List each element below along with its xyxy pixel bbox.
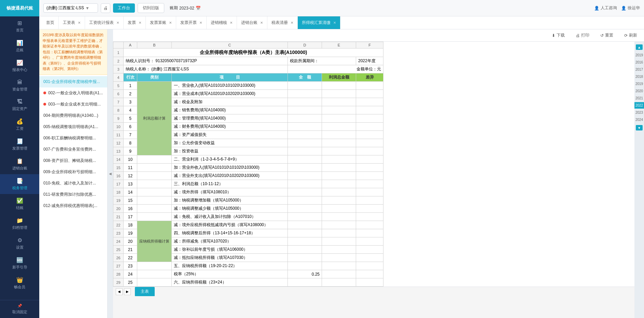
- profit-cell[interactable]: [322, 180, 356, 188]
- row-index[interactable]: 3: [124, 98, 137, 106]
- profit-cell[interactable]: [322, 123, 356, 131]
- profit-cell[interactable]: [322, 188, 356, 196]
- sidebar-item-guide[interactable]: 🆕 新手引导: [0, 253, 39, 273]
- tab-invoice-calc[interactable]: 发票算账 ✕: [146, 16, 176, 29]
- item-cell[interactable]: 减：免税、减计收入及加计扣除（A107010）: [172, 213, 288, 221]
- user-profile[interactable]: 👤 徐运华: [621, 5, 640, 11]
- profit-cell[interactable]: [322, 82, 356, 90]
- amount-cell[interactable]: [288, 98, 322, 106]
- row-index[interactable]: 25: [124, 278, 137, 287]
- row-index[interactable]: 13: [124, 180, 137, 188]
- sidebar-item-import[interactable]: 📋 进销台账: [0, 154, 39, 174]
- item-cell[interactable]: 加：纳税调整增加额（填写A105000）: [172, 196, 288, 205]
- sidebar-item-fixed-assets[interactable]: 🏗 固定资产: [0, 95, 39, 115]
- amount-cell[interactable]: [288, 131, 322, 139]
- profit-cell[interactable]: [322, 278, 356, 287]
- diff-cell[interactable]: [356, 270, 383, 278]
- sidebar-item-invoice[interactable]: 🧾 发票管理: [0, 135, 39, 154]
- tab-invoice[interactable]: 发票 ✕: [124, 16, 146, 29]
- year-2022[interactable]: 2022: [634, 102, 644, 109]
- row-index[interactable]: 22: [124, 254, 137, 262]
- amount-cell[interactable]: [288, 278, 322, 287]
- sheet-nav-next[interactable]: ▶: [124, 288, 131, 295]
- download-button[interactable]: ⬇ 下载: [549, 31, 568, 40]
- diff-cell[interactable]: [356, 147, 383, 155]
- row-index[interactable]: 20: [124, 237, 137, 246]
- tab-import-ledger[interactable]: 进销台账 ✕: [237, 16, 267, 29]
- row-index[interactable]: 5: [124, 114, 137, 123]
- sidebar-item-home[interactable]: ⊞ 首页: [0, 16, 39, 36]
- diff-cell[interactable]: [356, 246, 383, 254]
- sidebar-item-payroll[interactable]: 💰 工资: [0, 115, 39, 135]
- sidebar-item-settings[interactable]: ⚙ 设置: [0, 234, 39, 253]
- sidebar-item-ledger[interactable]: 📊 总账: [0, 36, 39, 56]
- reset-button[interactable]: ↺ 重置: [598, 31, 616, 40]
- tab-payroll-stats[interactable]: 工资统计报表 ✕: [85, 16, 124, 29]
- menu-item-003[interactable]: 003-一般企业成本支出明细...: [39, 99, 107, 110]
- item-cell[interactable]: 加：营业外收入(填写A101010\101020\103000): [172, 164, 288, 172]
- profit-cell[interactable]: [322, 114, 356, 123]
- year-2016[interactable]: 2016: [634, 59, 644, 66]
- diff-cell[interactable]: [356, 262, 383, 270]
- item-cell[interactable]: 三、利润总额（10-11-12）: [172, 180, 288, 188]
- menu-item-010[interactable]: 010-免税、减计收入及加计...: [39, 178, 107, 189]
- tab-payroll[interactable]: 工资表 ✕: [59, 16, 85, 29]
- close-icon[interactable]: ✕: [116, 21, 119, 25]
- item-cell[interactable]: 减：弥补以前年度亏损（填写A106000）: [172, 246, 288, 254]
- spreadsheet-wrapper[interactable]: A B C D E F: [113, 42, 634, 318]
- close-icon[interactable]: ✕: [260, 21, 263, 25]
- sidebar-item-member[interactable]: 👑 畅会员: [0, 273, 39, 293]
- item-cell[interactable]: 加：公允价值变动收益: [172, 139, 288, 147]
- amount-cell[interactable]: [288, 172, 322, 180]
- profit-cell[interactable]: [322, 172, 356, 180]
- close-icon[interactable]: ✕: [230, 21, 233, 25]
- amount-cell[interactable]: [288, 114, 322, 123]
- amount-cell[interactable]: [288, 205, 322, 213]
- diff-cell[interactable]: [356, 82, 383, 90]
- close-icon[interactable]: ✕: [333, 21, 336, 25]
- close-icon[interactable]: ✕: [169, 21, 172, 25]
- year-2017[interactable]: 2017: [634, 66, 644, 73]
- diff-cell[interactable]: [356, 114, 383, 123]
- item-cell[interactable]: 五、应纳税所得额（19-20-21-22）: [172, 262, 288, 270]
- profit-cell[interactable]: [322, 254, 356, 262]
- close-icon[interactable]: ✕: [291, 21, 293, 25]
- profit-cell[interactable]: [322, 155, 356, 164]
- year-2018[interactable]: 2018: [634, 73, 644, 80]
- item-cell[interactable]: 减：税金及附加: [172, 98, 288, 106]
- amount-cell[interactable]: [288, 164, 322, 172]
- amount-cell[interactable]: [288, 229, 322, 237]
- profit-cell[interactable]: [322, 98, 356, 106]
- year-2024[interactable]: 2024: [634, 116, 644, 123]
- row-index[interactable]: 2: [124, 90, 137, 98]
- panel-collapse-btn[interactable]: ◀: [108, 29, 113, 318]
- diff-cell[interactable]: [356, 205, 383, 213]
- item-cell[interactable]: 减：境外所得（填写A108010）: [172, 188, 288, 196]
- profit-cell[interactable]: [322, 262, 356, 270]
- support-link[interactable]: 👤 人工咨询: [594, 5, 617, 11]
- sidebar-item-archive[interactable]: 📁 归档管理: [0, 214, 39, 234]
- diff-cell[interactable]: [356, 164, 383, 172]
- item-cell[interactable]: 六、应纳所得税额（23×24）: [172, 278, 288, 287]
- tab-invoice-open[interactable]: 发票开票 ✕: [176, 16, 207, 29]
- diff-cell[interactable]: [356, 139, 383, 147]
- diff-cell[interactable]: [356, 188, 383, 196]
- menu-item-006[interactable]: 006-职工薪酬纳税调整明细...: [39, 133, 107, 144]
- menu-item-002[interactable]: 002-一般企业收入明细表(A1...: [39, 87, 107, 99]
- sidebar-item-tax[interactable]: 📑 税务管理: [0, 174, 39, 194]
- profit-cell[interactable]: [322, 131, 356, 139]
- profit-cell[interactable]: [322, 229, 356, 237]
- diff-cell[interactable]: [356, 155, 383, 164]
- year-2023[interactable]: 2023: [634, 109, 644, 116]
- menu-item-005[interactable]: 005-纳税调整项目明细表(A1...: [39, 121, 107, 133]
- profit-cell[interactable]: [322, 164, 356, 172]
- tab-home[interactable]: 首页: [42, 16, 59, 29]
- item-cell[interactable]: 减：营业外支出(填写A102010\102020\103000): [172, 172, 288, 180]
- diff-cell[interactable]: [356, 196, 383, 205]
- item-cell[interactable]: 减：财务费用(填写A104000): [172, 123, 288, 131]
- row-index[interactable]: 17: [124, 213, 137, 221]
- unpin-button[interactable]: 📌 取消固定: [0, 300, 39, 318]
- profit-cell[interactable]: [322, 139, 356, 147]
- row-index[interactable]: 24: [124, 270, 137, 278]
- year-2019[interactable]: 2019: [634, 81, 644, 87]
